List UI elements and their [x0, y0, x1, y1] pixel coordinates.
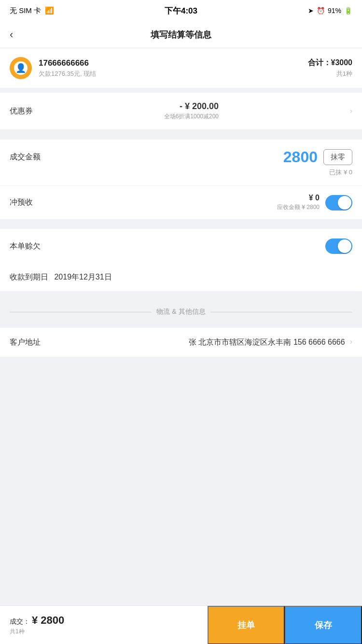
logistics-divider: 物流 & 其他信息 — [0, 301, 362, 323]
hang-order-button[interactable]: 挂单 — [208, 606, 285, 644]
divider-2 — [0, 224, 362, 229]
total-amount: 合计：¥3000 — [308, 58, 353, 68]
back-button[interactable]: ‹ — [10, 28, 13, 41]
transaction-card: 成交金额 2800 抹零 已抹 ¥ 0 冲预收 ¥ 0 应收金额 ¥ 2800 — [0, 140, 362, 219]
address-row[interactable]: 客户地址 张 北京市市辖区海淀区永丰南 156 6666 6666 › — [0, 328, 362, 357]
address-value: 张 北京市市辖区海淀区永丰南 156 6666 6666 — [45, 336, 345, 348]
status-left: 无 SIM 卡 📶 — [10, 6, 54, 15]
coupon-chevron-icon: › — [350, 107, 352, 115]
divider-3 — [0, 296, 362, 301]
prepayment-row: 冲预收 ¥ 0 应收金额 ¥ 2800 — [0, 185, 362, 219]
status-bar: 无 SIM 卡 📶 下午4:03 ➤ ⏰ 91% 🔋 — [0, 0, 362, 21]
transaction-sub: 已抹 ¥ 0 — [10, 168, 352, 177]
content: 👤 17666666666 欠款1276.35元, 现结 合计：¥3000 共1… — [0, 48, 362, 502]
round-button[interactable]: 抹零 — [323, 149, 352, 165]
divider-4 — [0, 323, 362, 328]
debt-toggle-knob — [338, 239, 351, 253]
status-time: 下午4:03 — [165, 5, 197, 16]
logistics-label: 物流 & 其他信息 — [156, 308, 205, 316]
bottom-summary: 成交： ¥ 2800 共1种 — [0, 614, 208, 636]
coupon-label: 优惠券 — [10, 106, 33, 116]
amount-right: 2800 抹零 — [283, 148, 352, 166]
bottom-summary-count: 共1种 — [10, 628, 198, 636]
amount-section: 成交金额 2800 抹零 已抹 ¥ 0 — [0, 140, 362, 185]
prepayment-sub: 应收金额 ¥ 2800 — [277, 203, 320, 211]
customer-total: 合计：¥3000 共1种 — [308, 58, 353, 78]
alarm-icon: ⏰ — [317, 7, 325, 14]
divider-1 — [0, 135, 362, 140]
coupon-desc: 全场6折满1000减200 — [164, 112, 219, 121]
bottom-bar: 成交： ¥ 2800 共1种 挂单 保存 — [0, 605, 362, 644]
address-chevron-icon: › — [350, 337, 352, 346]
prepayment-amount: ¥ 0 应收金额 ¥ 2800 — [277, 194, 320, 211]
save-button[interactable]: 保存 — [285, 606, 362, 644]
bottom-summary-title: 成交： — [10, 617, 30, 626]
coupon-row[interactable]: 优惠券 - ¥ 200.00 全场6折满1000减200 › — [0, 93, 362, 130]
battery-label: 91% — [328, 7, 341, 14]
address-label: 客户地址 — [10, 337, 41, 348]
nav-bar: ‹ 填写结算等信息 — [0, 21, 362, 48]
bottom-summary-amount: ¥ 2800 — [32, 614, 64, 627]
customer-info: 17666666666 欠款1276.35元, 现结 — [39, 58, 308, 78]
debt-row: 本单赊欠 — [0, 229, 362, 264]
transaction-label: 成交金额 — [10, 152, 41, 162]
debt-section: 本单赊欠 收款到期日 2019年12月31日 — [0, 229, 362, 291]
transaction-value: 2800 — [283, 148, 318, 166]
coupon-amount: - ¥ 200.00 — [164, 101, 219, 112]
prepayment-toggle[interactable] — [325, 195, 352, 210]
due-date-row: 收款到期日 2019年12月31日 — [0, 264, 362, 291]
avatar-icon: 👤 — [14, 61, 28, 75]
location-icon: ➤ — [308, 7, 314, 14]
page-title: 填写结算等信息 — [151, 29, 211, 41]
customer-debt: 欠款1276.35元, 现结 — [39, 70, 308, 78]
avatar: 👤 — [10, 57, 32, 79]
status-right: ➤ ⏰ 91% 🔋 — [308, 7, 352, 14]
battery-icon: 🔋 — [344, 7, 352, 14]
customer-phone: 17666666666 — [39, 58, 308, 68]
carrier-label: 无 SIM 卡 — [10, 6, 41, 15]
debt-label: 本单赊欠 — [10, 241, 41, 252]
amount-row: 成交金额 2800 抹零 — [10, 148, 352, 166]
due-date-label: 收款到期日 — [10, 273, 48, 281]
prepayment-value: ¥ 0 — [277, 194, 320, 202]
due-date-value: 2019年12月31日 — [54, 273, 111, 281]
prepayment-label: 冲预收 — [10, 197, 33, 208]
prepayment-toggle-knob — [338, 196, 351, 210]
total-count: 共1种 — [308, 70, 353, 78]
wifi-icon: 📶 — [45, 6, 54, 15]
bottom-gray — [0, 362, 362, 458]
customer-row: 👤 17666666666 欠款1276.35元, 现结 合计：¥3000 共1… — [0, 48, 362, 88]
prepayment-right: ¥ 0 应收金额 ¥ 2800 — [277, 194, 352, 211]
debt-toggle[interactable] — [325, 238, 352, 254]
coupon-card: 优惠券 - ¥ 200.00 全场6折满1000减200 › — [0, 93, 362, 130]
